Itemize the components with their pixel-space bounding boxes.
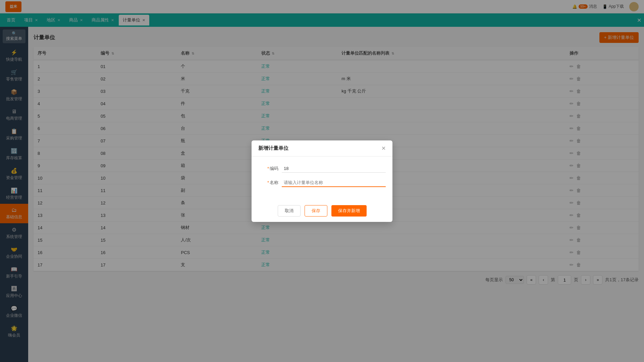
name-label: 名称 xyxy=(258,180,278,186)
modal-overlay[interactable]: 新增计量单位 ✕ 编码 名称 取消 保存 保存并新增 xyxy=(0,0,644,362)
modal-header: 新增计量单位 ✕ xyxy=(252,140,392,157)
code-input[interactable] xyxy=(282,165,386,173)
form-row-name: 名称 xyxy=(258,179,386,187)
modal-close-btn[interactable]: ✕ xyxy=(381,145,386,152)
name-input[interactable] xyxy=(282,179,386,187)
cancel-button[interactable]: 取消 xyxy=(278,205,301,217)
modal-footer: 取消 保存 保存并新增 xyxy=(252,201,392,222)
save-button[interactable]: 保存 xyxy=(305,205,327,217)
code-label: 编码 xyxy=(258,166,278,172)
modal-body: 编码 名称 xyxy=(252,157,392,201)
add-unit-modal: 新增计量单位 ✕ 编码 名称 取消 保存 保存并新增 xyxy=(252,140,392,222)
save-new-button[interactable]: 保存并新增 xyxy=(331,205,367,217)
modal-title: 新增计量单位 xyxy=(258,145,288,152)
form-row-code: 编码 xyxy=(258,165,386,173)
